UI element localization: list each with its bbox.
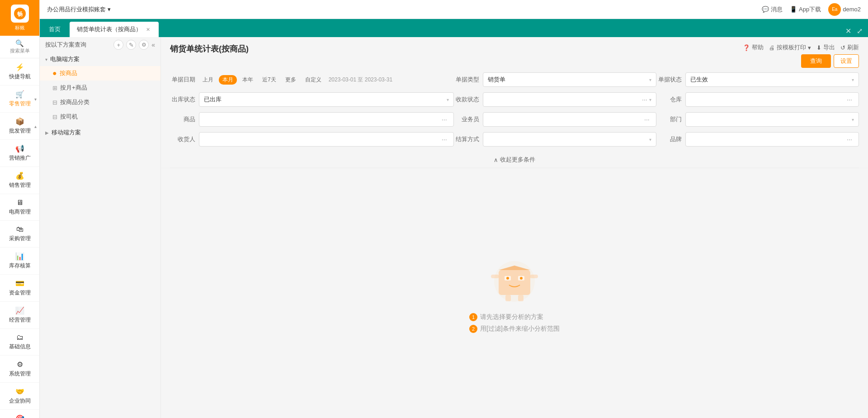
sales-label: 业务员	[454, 115, 479, 124]
date-tag-last-month[interactable]: 上月	[199, 75, 217, 85]
panel-collapse-btn[interactable]: «	[151, 41, 155, 48]
tip-num-1: 1	[469, 313, 477, 321]
tab-home[interactable]: 首页	[42, 22, 68, 37]
filter-row-1: 单据日期 上月 本月 本年 近7天 更多 自定义 2023-03-01 至 20…	[170, 72, 859, 87]
product-label: 商品	[170, 115, 195, 124]
export-label: 导出	[823, 43, 835, 52]
left-panel-actions: + ✎ ⚙ «	[113, 40, 155, 50]
date-tag-custom[interactable]: 自定义	[302, 75, 325, 85]
sidebar-item-quicknav[interactable]: ⚡ 快捷导航	[0, 58, 39, 86]
sidebar-search-label: 搜索菜单	[10, 48, 30, 54]
solution-item-by-product[interactable]: ● 按商品	[40, 66, 160, 81]
docstatus-control[interactable]: 已生效 ▾	[685, 72, 859, 87]
dots-icon: ···	[640, 96, 649, 103]
left-panel-title: 按以下方案查询	[45, 41, 86, 49]
sidebar-item-marketing[interactable]: 📢 营销推广	[0, 140, 39, 167]
solution-group-mobile-header[interactable]: ▶ 移动端方案	[40, 126, 160, 139]
warehouse-control[interactable]: 已出库 ▾	[199, 92, 454, 107]
sidebar-item-base[interactable]: 🗂 基础信息	[0, 329, 39, 356]
left-panel-header: 按以下方案查询 + ✎ ⚙ «	[40, 37, 160, 52]
paymethod-control[interactable]: ▾	[483, 132, 656, 147]
sidebar-item-label: 资金管理	[9, 289, 31, 297]
header-right: 💬 消息 📱 App下载 Ea demo2	[762, 3, 861, 16]
tab-sales-stat[interactable]: 销货单统计表（按商品） ✕	[70, 22, 159, 37]
sidebar-item-finance[interactable]: 💳 资金管理	[0, 275, 39, 302]
sales-control[interactable]: ···	[483, 112, 656, 127]
filter-row-2: 出库状态 已出库 ▾ 收款状态 ··· ▾	[170, 92, 859, 107]
industry-name: 办公用品行业模拟账套	[47, 5, 106, 14]
sidebar-item-guide[interactable]: 🎯 新手引导	[0, 410, 39, 418]
solution-item-label: 按商品	[60, 69, 77, 77]
date-tag-7days[interactable]: 近7天	[259, 75, 280, 85]
dots-icon: ···	[440, 136, 449, 143]
date-tag-this-year[interactable]: 本年	[239, 75, 257, 85]
user-area[interactable]: Ea demo2	[828, 3, 861, 16]
filter-paymethod-area: 结算方式 ▾	[454, 132, 656, 147]
empty-state: 1 请先选择要分析的方案 2 用[过滤]条件来缩小分析范围	[161, 168, 868, 418]
sidebar-item-wholesale[interactable]: 📦 批发管理 ▴	[0, 113, 39, 140]
solution-item-label: 按月+商品	[60, 84, 87, 92]
solution-group-pc: ▾ 电脑端方案 ● 按商品 ⊞ 按月+商品 ⊟ 按商品分类 ⊟ 按司机	[40, 52, 160, 124]
sidebar-item-inventory[interactable]: 📊 库存核算	[0, 247, 39, 275]
payment-control[interactable]: ··· ▾	[483, 92, 656, 107]
date-tag-this-month[interactable]: 本月	[219, 75, 237, 85]
payment-label: 收款状态	[454, 95, 479, 104]
filter-date-area: 单据日期 上月 本月 本年 近7天 更多 自定义 2023-03-01 至 20…	[170, 75, 454, 85]
print-icon: 🖨	[769, 44, 775, 51]
sidebar-item-retail[interactable]: 🛒 零售管理 ▾	[0, 86, 39, 113]
product-control[interactable]: ···	[199, 112, 454, 127]
app-download-action[interactable]: 📱 App下载	[790, 5, 821, 14]
add-solution-btn[interactable]: +	[113, 40, 123, 50]
tab-close-all-btn[interactable]: ✕	[844, 25, 853, 37]
export-btn[interactable]: ⬇ 导出	[816, 43, 835, 52]
tab-close-btn[interactable]: ✕	[144, 26, 151, 33]
collapse-label: 收起更多条件	[500, 156, 535, 164]
sidebar-item-sales[interactable]: 💰 销售管理	[0, 167, 39, 194]
tip-text-1: 请先选择要分析的方案	[480, 313, 543, 321]
svg-text:畅: 畅	[17, 11, 23, 17]
date-range-text: 2023-03-01 至 2023-03-31	[329, 76, 392, 84]
sidebar-item-label: 快捷导航	[9, 73, 31, 81]
solution-item-by-cashier[interactable]: ⊟ 按司机	[40, 109, 160, 124]
industry-selector[interactable]: 办公用品行业模拟账套 ▾	[47, 5, 111, 14]
sidebar-search[interactable]: 🔍 搜索菜单	[0, 36, 39, 58]
sidebar-item-purchase[interactable]: 🛍 采购管理	[0, 221, 39, 247]
sidebar-item-ecom[interactable]: 🖥 电商管理	[0, 194, 39, 221]
header-left: 办公用品行业模拟账套 ▾	[47, 5, 111, 14]
doctype-label: 单据类型	[454, 76, 479, 84]
sidebar-item-system[interactable]: ⚙ 系统管理	[0, 356, 39, 383]
right-panel: 销货单统计表(按商品) ❓ 帮助 🖨 按模板打印 ▾ ⬇	[161, 37, 868, 418]
doctype-control[interactable]: 销货单 ▾	[483, 72, 656, 87]
receiver-control[interactable]: ···	[199, 132, 454, 147]
tab-home-label: 首页	[49, 25, 61, 33]
group-title: 移动端方案	[52, 128, 81, 137]
purchase-icon: 🛍	[16, 225, 24, 233]
filter-brand-area: 品牌 ···	[656, 132, 859, 147]
sidebar-item-operations[interactable]: 📈 经营管理	[0, 302, 39, 329]
solution-group-pc-header[interactable]: ▾ 电脑端方案	[40, 52, 160, 66]
settings-button[interactable]: 设置	[834, 54, 859, 68]
edit-solution-btn[interactable]: ✎	[126, 40, 136, 50]
username-label: demo2	[843, 6, 861, 13]
filter-section: 单据日期 上月 本月 本年 近7天 更多 自定义 2023-03-01 至 20…	[161, 72, 868, 168]
dept-control[interactable]: ▾	[685, 112, 859, 127]
sidebar-item-cooperation[interactable]: 🤝 企业协同	[0, 383, 39, 410]
solution-item-by-month[interactable]: ⊞ 按月+商品	[40, 81, 160, 95]
help-btn[interactable]: ❓ 帮助	[743, 43, 764, 52]
paymethod-label: 结算方式	[454, 135, 479, 143]
query-button[interactable]: 查询	[801, 54, 831, 68]
date-tag-more[interactable]: 更多	[282, 75, 300, 85]
right-panel-header: 销货单统计表(按商品) ❓ 帮助 🖨 按模板打印 ▾ ⬇	[161, 37, 868, 72]
solution-item-by-category[interactable]: ⊟ 按商品分类	[40, 95, 160, 109]
print-btn[interactable]: 🖨 按模板打印 ▾	[769, 43, 811, 52]
storage-control[interactable]: ···	[685, 92, 859, 107]
settings-solution-btn[interactable]: ⚙	[139, 40, 149, 50]
refresh-icon: ↺	[840, 44, 845, 51]
tab-expand-btn[interactable]: ⤢	[855, 25, 864, 37]
refresh-btn[interactable]: ↺ 刷新	[840, 43, 859, 52]
date-filter: 上月 本月 本年 近7天 更多 自定义	[199, 75, 325, 85]
brand-control[interactable]: ···	[685, 132, 859, 147]
item-active-icon: ●	[52, 69, 57, 77]
collapse-bar[interactable]: ∧ 收起更多条件	[170, 152, 859, 168]
message-action[interactable]: 💬 消息	[762, 5, 783, 14]
